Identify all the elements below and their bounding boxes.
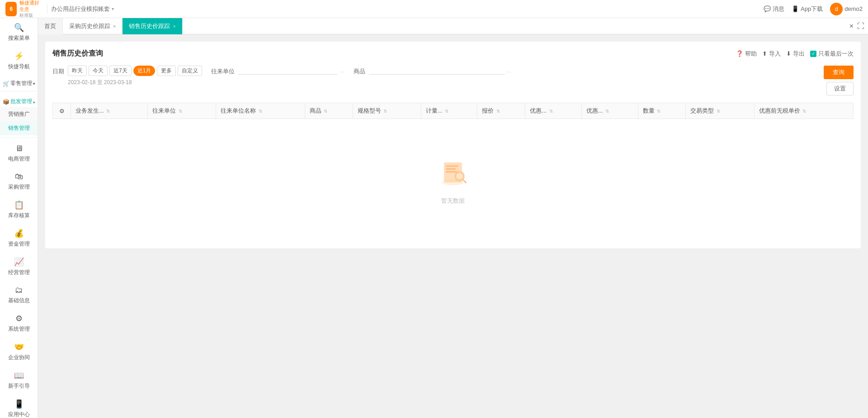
help-button[interactable]: ❓ 帮助 — [736, 50, 757, 58]
sort-icon-biz-date: ⇅ — [106, 109, 110, 114]
app-download-button[interactable]: 📱 App下载 — [792, 5, 823, 13]
th-goods[interactable]: 商品 ⇅ — [305, 103, 353, 119]
top-bar-right: 💬 消息 📱 App下载 d demo2 — [764, 3, 863, 15]
empty-state-icon — [435, 155, 471, 191]
date-btn-yesterday[interactable]: 昨天 — [68, 66, 87, 76]
enterprise-icon: 🤝 — [14, 342, 24, 352]
export-icon: ⬇ — [786, 50, 791, 57]
logo-text: 畅捷通好生意 标准版 — [19, 0, 43, 18]
tab-close-all-button[interactable]: × — [849, 22, 854, 30]
date-btn-today[interactable]: 今天 — [89, 66, 108, 76]
retail-group-label[interactable]: 🛒 零售管理 ▾ — [0, 75, 38, 89]
user-menu[interactable]: d demo2 — [830, 3, 863, 15]
message-icon: 💬 — [764, 5, 771, 12]
th-discount1[interactable]: 优惠... ⇅ — [525, 103, 582, 119]
sort-icon-partner-code: ⇅ — [179, 109, 182, 114]
sort-icon-pretax-price: ⇅ — [802, 109, 806, 114]
logo-icon: 6 — [5, 2, 17, 16]
page-actions: ❓ 帮助 ⬆ 导入 ⬇ 导出 ✓ 只看最后一次 — [736, 50, 854, 58]
date-btn-7days[interactable]: 近7天 — [109, 66, 132, 76]
top-divider — [47, 5, 47, 14]
retail-group[interactable]: 🛒 零售管理 ▾ — [0, 75, 38, 89]
sidebar-item-apps[interactable]: 📱 应用中心 — [0, 394, 38, 418]
sidebar-item-ecommerce[interactable]: 🖥 电商管理 — [0, 139, 38, 167]
purchase-icon: 🛍 — [15, 172, 23, 181]
th-quote[interactable]: 报价 ⇅ — [477, 103, 525, 119]
tab-purchase-history-close[interactable]: × — [113, 24, 116, 29]
import-button[interactable]: ⬆ 导入 — [762, 50, 781, 58]
export-button[interactable]: ⬇ 导出 — [786, 50, 805, 58]
sidebar-item-search[interactable]: 🔍 搜索菜单 — [0, 18, 38, 47]
wholesale-group[interactable]: 📦 批发管理 ▴ — [0, 93, 38, 107]
tab-sales-history[interactable]: 销售历史价跟踪 × — [123, 18, 182, 34]
sidebar-item-finance[interactable]: 💰 资金管理 — [0, 224, 38, 252]
sidebar-item-quick-nav[interactable]: ⚡ 快捷导航 — [0, 47, 38, 75]
tab-purchase-history[interactable]: 采购历史价跟踪 × — [63, 18, 123, 34]
content-area: 首页 采购历史价跟踪 × 销售历史价跟踪 × × ⛶ 销售历史价查询 — [38, 18, 868, 418]
wholesale-sub: 营销推广 销售管理 — [0, 107, 38, 135]
th-spec[interactable]: 规格型号 ⇅ — [353, 103, 421, 119]
search-button[interactable]: 查询 — [824, 66, 854, 79]
goods-filter-group: 商品 ... — [354, 66, 511, 76]
goods-filter-input: ... — [369, 66, 511, 75]
tab-fullscreen-button[interactable]: ⛶ — [857, 22, 864, 30]
partner-input[interactable] — [238, 66, 338, 75]
svg-rect-2 — [446, 165, 458, 166]
date-filter-options: 昨天 今天 近7天 近1月 更多 自定义 2023-02-18 至 2023-0… — [68, 66, 202, 86]
th-trade-type[interactable]: 交易类型 ⇅ — [686, 103, 754, 119]
page-title: 销售历史价查询 — [52, 49, 103, 58]
filter-actions: 查询 设置 — [824, 66, 854, 95]
tab-home[interactable]: 首页 — [38, 18, 63, 34]
logo-area: 6 畅捷通好生意 标准版 — [5, 0, 43, 18]
th-settings[interactable]: ⚙ — [53, 103, 71, 119]
svg-rect-4 — [446, 171, 458, 172]
sidebar-item-guide[interactable]: 📖 新手引导 — [0, 366, 38, 394]
date-btn-more[interactable]: 更多 — [157, 66, 176, 76]
retail-section: 🛒 零售管理 ▾ — [0, 75, 38, 91]
sidebar-item-operations[interactable]: 📈 经营管理 — [0, 252, 38, 281]
sidebar-item-purchase[interactable]: 🛍 采购管理 — [0, 167, 38, 195]
sidebar-item-inventory[interactable]: 📋 库存核算 — [0, 195, 38, 224]
sort-icon-discount1: ⇅ — [549, 109, 553, 114]
top-bar: 6 畅捷通好生意 标准版 办公用品行业模拟账套 ▾ 💬 消息 📱 App下载 d… — [0, 0, 868, 18]
th-unit[interactable]: 计量... ⇅ — [421, 103, 477, 119]
sidebar-item-sales-mgmt[interactable]: 销售管理 — [0, 121, 38, 135]
sidebar-item-marketing[interactable]: 营销推广 — [0, 107, 38, 121]
tab-bar: 首页 采购历史价跟踪 × 销售历史价跟踪 × × ⛶ — [38, 18, 868, 34]
sidebar-item-basic-info[interactable]: 🗂 基础信息 — [0, 281, 38, 309]
page-header: 销售历史价查询 ❓ 帮助 ⬆ 导入 ⬇ 导出 — [52, 49, 854, 58]
sort-icon-qty: ⇅ — [657, 109, 660, 114]
sidebar-item-enterprise[interactable]: 🤝 企业协同 — [0, 337, 38, 366]
empty-text: 暂无数据 — [441, 197, 465, 205]
chevron-down-icon: ▾ — [112, 6, 114, 11]
partner-placeholder: ... — [340, 67, 344, 74]
th-partner-code[interactable]: 往来单位 ⇅ — [148, 103, 216, 119]
th-qty[interactable]: 数量 ⇅ — [638, 103, 686, 119]
tab-bar-actions: × ⛶ — [849, 22, 868, 30]
top-bar-left: 6 畅捷通好生意 标准版 办公用品行业模拟账套 ▾ — [5, 0, 114, 18]
inventory-icon: 📋 — [14, 200, 24, 210]
settings-button[interactable]: 设置 — [826, 82, 854, 95]
wholesale-group-label[interactable]: 📦 批发管理 ▴ — [0, 93, 38, 107]
th-pretax-price[interactable]: 优惠前无税单价 ⇅ — [754, 103, 853, 119]
tab-sales-history-close[interactable]: × — [173, 24, 175, 29]
only-last-checkbox[interactable]: ✓ 只看最后一次 — [810, 50, 854, 58]
wholesale-arrow-icon: ▴ — [33, 100, 35, 104]
checkbox-checked-icon: ✓ — [810, 51, 816, 57]
sidebar-item-system[interactable]: ⚙ 系统管理 — [0, 309, 38, 337]
partner-filter-group: 往来单位 ... — [211, 66, 344, 76]
workspace-selector[interactable]: 办公用品行业模拟账套 ▾ — [51, 5, 114, 13]
th-biz-date[interactable]: 业务发生... ⇅ — [71, 103, 148, 119]
filter-row: 日期 昨天 今天 近7天 近1月 更多 自定义 2023-02-18 至 202… — [52, 66, 854, 95]
message-button[interactable]: 💬 消息 — [764, 5, 784, 13]
sort-icon-quote: ⇅ — [496, 109, 500, 114]
date-btn-custom[interactable]: 自定义 — [178, 66, 202, 76]
th-discount2[interactable]: 优惠... ⇅ — [581, 103, 638, 119]
date-btn-1month[interactable]: 近1月 — [133, 66, 156, 76]
th-partner-name[interactable]: 往来单位名称 ⇅ — [216, 103, 305, 119]
date-range: 2023-02-18 至 2023-03-18 — [68, 79, 202, 86]
goods-input[interactable] — [369, 66, 505, 75]
wholesale-icon: 📦 — [3, 99, 9, 105]
basic-info-icon: 🗂 — [15, 285, 23, 295]
quick-nav-icon: ⚡ — [14, 51, 24, 61]
